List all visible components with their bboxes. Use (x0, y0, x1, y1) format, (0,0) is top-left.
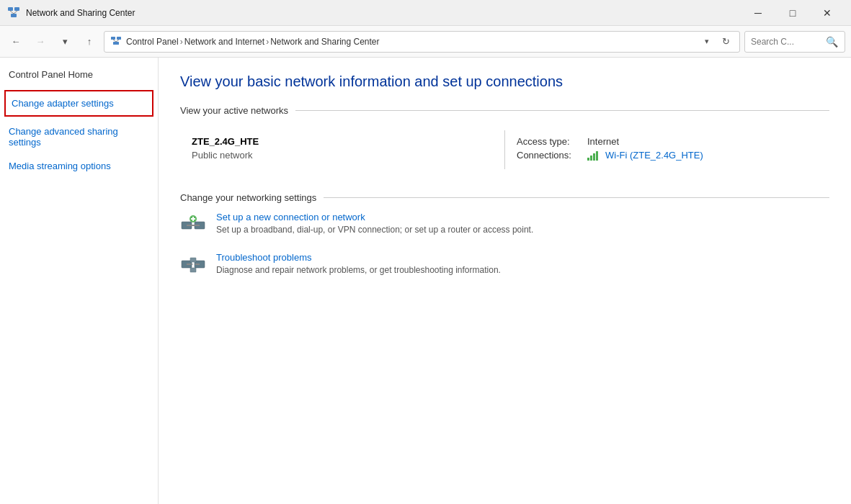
svg-rect-6 (117, 37, 121, 40)
minimize-button[interactable]: ─ (741, 3, 775, 23)
recent-locations-button[interactable]: ▾ (55, 32, 75, 52)
sidebar: Control Panel Home Change adapter settin… (0, 58, 159, 504)
connections-row: Connections: Wi-Fi (ZTE_2.4G_HTE) (517, 150, 818, 161)
change-adapter-highlight: Change adapter settings (6, 91, 152, 115)
sidebar-item-change-adapter[interactable]: Change adapter settings (12, 96, 146, 111)
up-button[interactable]: ↑ (79, 32, 99, 52)
window-title: Network and Sharing Center (26, 8, 135, 18)
troubleshoot-item: Troubleshoot problems Diagnose and repai… (180, 252, 829, 278)
close-button[interactable]: ✕ (811, 3, 844, 23)
new-connection-item: Set up a new connection or network Set u… (180, 212, 829, 238)
wifi-signal-icon (587, 150, 598, 161)
network-left-panel: ZTE_2.4G_HTE Public network (180, 130, 504, 169)
search-input[interactable] (751, 37, 823, 47)
sidebar-item-change-sharing[interactable]: Change advanced sharing settings (9, 124, 149, 150)
access-type-value: Internet (587, 136, 619, 147)
back-button[interactable]: ← (6, 32, 26, 52)
access-type-row: Access type: Internet (517, 136, 818, 147)
title-bar: Network and Sharing Center ─ □ ✕ (0, 0, 851, 26)
refresh-button[interactable]: ↻ (718, 34, 734, 50)
new-connection-icon (180, 212, 206, 238)
maximize-button[interactable]: □ (776, 3, 809, 23)
forward-button[interactable]: → (30, 32, 50, 52)
new-connection-desc: Set up a broadband, dial-up, or VPN conn… (216, 225, 829, 235)
active-networks-header: View your active networks (180, 105, 829, 116)
sidebar-home-link[interactable]: Control Panel Home (9, 69, 149, 80)
troubleshoot-link[interactable]: Troubleshoot problems (216, 252, 311, 263)
troubleshoot-icon (180, 252, 206, 278)
svg-rect-2 (11, 14, 17, 17)
search-box[interactable]: 🔍 (744, 31, 845, 53)
new-connection-link[interactable]: Set up a new connection or network (216, 212, 365, 222)
connections-label: Connections: (517, 150, 582, 161)
sidebar-item-media-streaming[interactable]: Media streaming options (9, 158, 149, 174)
wifi-connection-link[interactable]: Wi-Fi (ZTE_2.4G_HTE) (605, 150, 703, 161)
svg-line-9 (116, 40, 119, 42)
address-dropdown-button[interactable]: ▾ (699, 34, 715, 50)
svg-rect-21 (190, 258, 196, 262)
breadcrumb-sep-1: › (180, 37, 183, 47)
breadcrumb-current: Network and Sharing Center (270, 37, 379, 47)
svg-line-8 (113, 40, 116, 42)
main-window: Control Panel Home Change adapter settin… (0, 58, 851, 504)
svg-rect-5 (111, 37, 115, 40)
address-icon (110, 35, 123, 48)
network-type: Public network (192, 150, 493, 161)
breadcrumb-network-internet[interactable]: Network and Internet (184, 37, 264, 47)
svg-rect-7 (113, 42, 119, 45)
app-icon (7, 6, 20, 19)
address-bar[interactable]: Control Panel › Network and Internet › N… (104, 31, 740, 53)
network-right-panel: Access type: Internet Connections: Wi-Fi… (504, 130, 829, 169)
network-info-panel: ZTE_2.4G_HTE Public network Access type:… (180, 125, 829, 175)
window-controls: ─ □ ✕ (741, 3, 844, 23)
svg-rect-1 (14, 7, 19, 11)
address-path: Control Panel › Network and Internet › N… (126, 37, 380, 47)
network-name: ZTE_2.4G_HTE (192, 136, 493, 147)
navigation-bar: ← → ▾ ↑ Control Panel › Network and Inte… (0, 26, 851, 58)
new-connection-text: Set up a new connection or network Set u… (216, 212, 829, 235)
troubleshoot-text: Troubleshoot problems Diagnose and repai… (216, 252, 829, 275)
svg-rect-0 (8, 7, 13, 11)
breadcrumb-control-panel[interactable]: Control Panel (126, 37, 179, 47)
page-title: View your basic network information and … (180, 72, 829, 91)
search-icon: 🔍 (826, 36, 838, 48)
troubleshoot-desc: Diagnose and repair network problems, or… (216, 265, 829, 275)
access-type-label: Access type: (517, 136, 582, 147)
svg-line-4 (14, 11, 17, 14)
breadcrumb-sep-2: › (266, 37, 269, 47)
networking-settings-header: Change your networking settings (180, 192, 829, 203)
settings-section: Set up a new connection or network Set u… (180, 212, 829, 278)
svg-line-3 (10, 11, 14, 14)
svg-rect-22 (190, 268, 196, 272)
content-area: View your basic network information and … (159, 58, 851, 504)
